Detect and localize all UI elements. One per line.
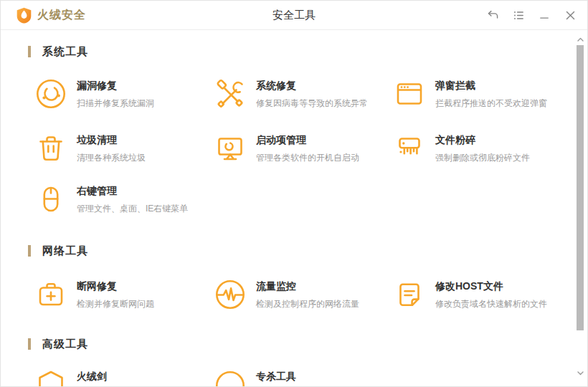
trash-can-icon xyxy=(35,133,67,164)
tool-title: 垃圾清理 xyxy=(77,134,146,147)
tool-row: 漏洞修复 扫描并修复系统漏洞 xyxy=(35,78,570,110)
file-shredder-icon xyxy=(394,133,425,164)
mouse-icon xyxy=(35,183,67,215)
section-header-system-tools: 系统工具 xyxy=(28,45,88,58)
tool-desc: 管理各类软件的开机自启动 xyxy=(256,152,359,164)
tool-vulnerability-repair[interactable]: 漏洞修复 扫描并修复系统漏洞 xyxy=(35,78,214,110)
close-icon xyxy=(564,9,577,22)
tool-host-file[interactable]: 修改HOST文件 修改负责域名快速解析的文件 xyxy=(394,279,570,310)
section-accent-bar xyxy=(28,245,31,257)
tools-panel: 系统工具 漏洞修复 扫描并修复系统漏洞 xyxy=(1,29,587,386)
tool-network-repair[interactable]: 断网修复 检测并修复断网问题 xyxy=(35,279,214,310)
app-window: 火绒安全 安全工具 xyxy=(0,0,588,387)
host-file-icon xyxy=(394,279,425,310)
tool-desc: 修复因病毒等导致的系统异常 xyxy=(256,97,368,110)
tool-title: 右键管理 xyxy=(77,185,188,198)
scrollbar-thumb[interactable] xyxy=(577,45,584,330)
tool-popup-block[interactable]: 弹窗拦截 拦截程序推送的不受欢迎弹窗 xyxy=(394,78,570,110)
section-header-network-tools: 网络工具 xyxy=(28,244,88,257)
tool-desc: 强制删除或彻底粉碎文件 xyxy=(435,152,530,164)
back-button[interactable] xyxy=(484,6,501,24)
tool-junk-clean[interactable]: 垃圾清理 清理各种系统垃圾 xyxy=(35,133,214,164)
popup-window-icon xyxy=(394,78,425,110)
section-accent-bar xyxy=(28,338,31,350)
tool-file-shredder[interactable]: 文件粉碎 强制删除或彻底粉碎文件 xyxy=(394,133,570,164)
shield-sword-icon xyxy=(35,369,67,386)
tool-row: 断网修复 检测并修复断网问题 流量监控 检测及控制程序的网络流量 xyxy=(35,279,570,310)
tool-system-repair[interactable]: 系统修复 修复因病毒等导致的系统异常 xyxy=(214,78,394,110)
pulse-circle-icon xyxy=(214,279,246,310)
first-aid-kit-icon xyxy=(35,279,67,310)
section-title: 高级工具 xyxy=(42,338,88,351)
tool-title: 火绒剑 xyxy=(77,371,107,383)
tool-row: 垃圾清理 清理各种系统垃圾 启动项管理 xyxy=(35,133,570,164)
tool-desc: 清理各种系统垃圾 xyxy=(77,152,146,164)
window-controls xyxy=(484,1,579,29)
section-title: 系统工具 xyxy=(42,45,88,59)
back-arrow-icon xyxy=(486,9,500,22)
tool-traffic-monitor[interactable]: 流量监控 检测及控制程序的网络流量 xyxy=(214,279,394,310)
tool-desc: 检测并修复断网问题 xyxy=(77,298,154,310)
minimize-button[interactable] xyxy=(536,6,553,24)
tool-special-kill[interactable]: 专杀工具 xyxy=(214,369,570,386)
vulnerability-scan-icon xyxy=(35,78,67,110)
chevron-up-icon xyxy=(577,37,584,42)
scroll-up-button[interactable] xyxy=(577,37,584,42)
tool-startup-manager[interactable]: 启动项管理 管理各类软件的开机自启动 xyxy=(214,133,394,164)
tool-desc: 修改负责域名快速解析的文件 xyxy=(435,298,547,310)
tool-title: 修改HOST文件 xyxy=(435,280,547,293)
menu-list-icon xyxy=(512,9,526,22)
tool-title: 文件粉碎 xyxy=(435,134,530,147)
tool-desc: 检测及控制程序的网络流量 xyxy=(256,298,359,310)
close-button[interactable] xyxy=(561,6,579,24)
tool-huorong-sword[interactable]: 火绒剑 xyxy=(35,369,214,386)
section-header-advanced-tools: 高级工具 xyxy=(28,338,88,350)
tool-row: 火绒剑 专杀工具 xyxy=(35,369,570,386)
tool-title: 漏洞修复 xyxy=(77,80,154,92)
tool-title: 系统修复 xyxy=(256,80,368,92)
tool-title: 弹窗拦截 xyxy=(435,80,547,92)
tool-title: 启动项管理 xyxy=(256,134,359,147)
tool-context-menu-manager[interactable]: 右键管理 管理文件、桌面、IE右键菜单 xyxy=(35,183,570,215)
chevron-down-icon xyxy=(577,371,584,376)
tool-title: 断网修复 xyxy=(77,280,154,293)
section-accent-bar xyxy=(28,46,31,57)
minimize-icon xyxy=(538,9,551,22)
section-title: 网络工具 xyxy=(42,244,88,258)
tool-desc: 拦截程序推送的不受欢迎弹窗 xyxy=(435,97,547,110)
scroll-down-button[interactable] xyxy=(577,371,584,376)
tool-desc: 管理文件、桌面、IE右键菜单 xyxy=(77,203,188,215)
titlebar: 火绒安全 安全工具 xyxy=(1,1,587,30)
tool-title: 专杀工具 xyxy=(256,371,296,383)
tool-desc: 扫描并修复系统漏洞 xyxy=(77,97,154,110)
menu-button[interactable] xyxy=(510,6,527,24)
system-repair-icon xyxy=(214,78,246,110)
monitor-startup-icon xyxy=(214,133,246,164)
circle-tool-icon xyxy=(214,369,246,386)
tool-row: 右键管理 管理文件、桌面、IE右键菜单 xyxy=(35,183,570,215)
tool-title: 流量监控 xyxy=(256,280,359,293)
